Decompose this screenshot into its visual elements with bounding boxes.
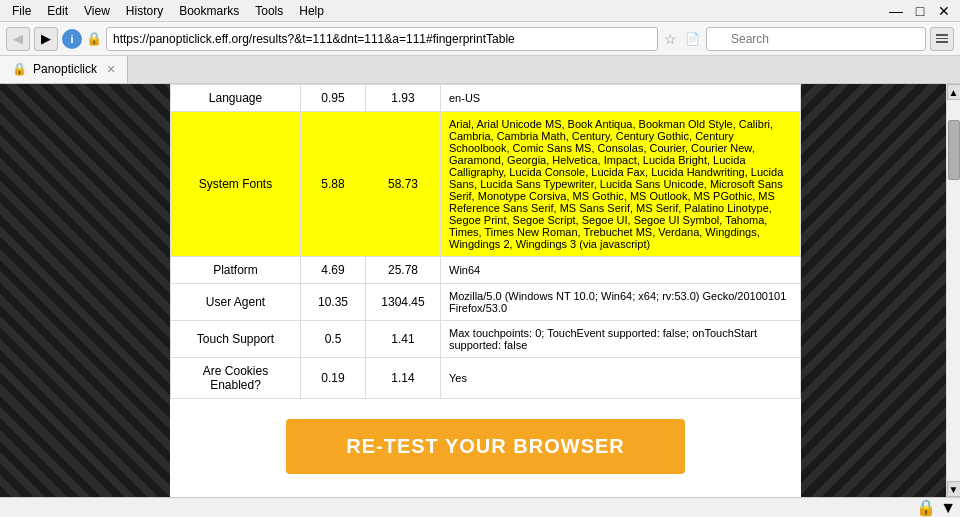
search-input[interactable] <box>706 27 926 51</box>
search-wrapper: 🔍 <box>706 27 926 51</box>
row-one-in: 58.73 <box>366 112 441 257</box>
status-scroll-icon[interactable]: ▼ <box>940 499 956 517</box>
row-one-in: 1.93 <box>366 85 441 112</box>
row-bits: 4.69 <box>301 257 366 284</box>
retest-section: RE-TEST YOUR BROWSER <box>170 399 801 494</box>
tab-label: Panopticlick <box>33 62 97 76</box>
row-bits: 0.19 <box>301 358 366 399</box>
table-row: Touch Support0.51.41Max touchpoints: 0; … <box>171 321 801 358</box>
fingerprint-table: Language0.951.93en-USSystem Fonts5.8858.… <box>170 84 801 399</box>
menu-file[interactable]: File <box>4 2 39 20</box>
scrollbar: ▲ ▼ <box>946 84 960 497</box>
menu-history[interactable]: History <box>118 2 171 20</box>
menu-edit[interactable]: Edit <box>39 2 76 20</box>
table-row: Are Cookies Enabled?0.191.14Yes <box>171 358 801 399</box>
status-security-icon[interactable]: 🔒 <box>916 498 936 517</box>
tabbar: 🔒 Panopticlick × <box>0 56 960 84</box>
tab-favicon: 🔒 <box>12 62 27 76</box>
scrollbar-up-button[interactable]: ▲ <box>947 84 961 100</box>
active-tab[interactable]: 🔒 Panopticlick × <box>0 56 128 83</box>
maximize-button[interactable]: □ <box>908 0 932 23</box>
table-row: Platform4.6925.78Win64 <box>171 257 801 284</box>
info-icon[interactable]: i <box>62 29 82 49</box>
row-value: Max touchpoints: 0; TouchEvent supported… <box>441 321 801 358</box>
row-one-in: 1304.45 <box>366 284 441 321</box>
menu-tools[interactable]: Tools <box>247 2 291 20</box>
row-label: User Agent <box>171 284 301 321</box>
minimize-button[interactable]: — <box>884 0 908 23</box>
row-value: Win64 <box>441 257 801 284</box>
main-content: Language0.951.93en-USSystem Fonts5.8858.… <box>170 84 801 497</box>
row-value: Mozilla/5.0 (Windows NT 10.0; Win64; x64… <box>441 284 801 321</box>
row-label: Are Cookies Enabled? <box>171 358 301 399</box>
reader-view-icon[interactable]: 📄 <box>683 32 702 46</box>
back-button[interactable]: ◀ <box>6 27 30 51</box>
toolbar: ◀ ▶ i 🔒 ☆ 📄 🔍 <box>0 22 960 56</box>
table-row: User Agent10.351304.45Mozilla/5.0 (Windo… <box>171 284 801 321</box>
scrollbar-track[interactable] <box>947 100 960 481</box>
row-bits: 5.88 <box>301 112 366 257</box>
row-one-in: 1.41 <box>366 321 441 358</box>
tab-close-button[interactable]: × <box>107 61 115 77</box>
row-value: en-US <box>441 85 801 112</box>
row-label: Platform <box>171 257 301 284</box>
bookmark-star-icon[interactable]: ☆ <box>662 31 679 47</box>
row-bits: 0.5 <box>301 321 366 358</box>
row-label: Touch Support <box>171 321 301 358</box>
menu-bookmarks[interactable]: Bookmarks <box>171 2 247 20</box>
row-label: System Fonts <box>171 112 301 257</box>
row-value: Arial, Arial Unicode MS, Book Antiqua, B… <box>441 112 801 257</box>
zebra-right-decoration <box>801 84 946 497</box>
row-one-in: 25.78 <box>366 257 441 284</box>
menubar: File Edit View History Bookmarks Tools H… <box>0 0 960 22</box>
scrollbar-down-button[interactable]: ▼ <box>947 481 961 497</box>
menu-help[interactable]: Help <box>291 2 332 20</box>
retest-button[interactable]: RE-TEST YOUR BROWSER <box>286 419 685 474</box>
table-row: Language0.951.93en-US <box>171 85 801 112</box>
menu-view[interactable]: View <box>76 2 118 20</box>
row-bits: 10.35 <box>301 284 366 321</box>
table-row: System Fonts5.8858.73Arial, Arial Unicod… <box>171 112 801 257</box>
scrollbar-thumb[interactable] <box>948 120 960 180</box>
address-bar[interactable] <box>106 27 658 51</box>
hamburger-menu-button[interactable] <box>930 27 954 51</box>
row-value: Yes <box>441 358 801 399</box>
row-label: Language <box>171 85 301 112</box>
close-button[interactable]: ✕ <box>932 0 956 23</box>
forward-button[interactable]: ▶ <box>34 27 58 51</box>
row-bits: 0.95 <box>301 85 366 112</box>
zebra-left-decoration <box>0 84 170 497</box>
content-area: Language0.951.93en-USSystem Fonts5.8858.… <box>0 84 960 497</box>
lock-icon: 🔒 <box>86 31 102 47</box>
statusbar: 🔒 ▼ <box>0 497 960 517</box>
row-one-in: 1.14 <box>366 358 441 399</box>
